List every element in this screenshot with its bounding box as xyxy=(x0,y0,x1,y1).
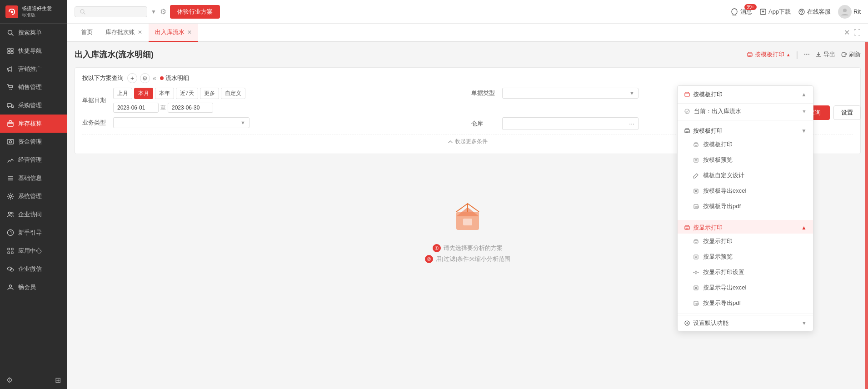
svg-rect-53 xyxy=(694,255,698,259)
sidebar-item-member[interactable]: 畅会员 xyxy=(0,278,67,296)
quick-filter-item[interactable]: 流水明细 xyxy=(160,74,189,82)
sidebar-collapse-icon[interactable]: ⊞ xyxy=(55,376,61,384)
date-from-input[interactable] xyxy=(113,103,159,113)
refresh-btn[interactable]: 刷新 xyxy=(841,50,861,59)
svg-rect-5 xyxy=(8,51,10,54)
dropdown-item-template-print[interactable]: 按模板打印 xyxy=(678,137,813,152)
user-name: Rit xyxy=(853,8,861,15)
filter-add-btn[interactable]: + xyxy=(127,73,137,83)
svg-rect-52 xyxy=(695,242,697,243)
svg-point-14 xyxy=(10,141,12,143)
user-avatar[interactable]: Rit xyxy=(838,5,861,19)
date-range: 至 xyxy=(113,103,245,113)
dropdown-item-display-excel[interactable]: 按显示导出excel xyxy=(678,280,813,295)
tab-home[interactable]: 首页 xyxy=(75,24,99,42)
sidebar-item-guide[interactable]: ? 新手引导 xyxy=(0,224,67,242)
date-btn-this-year[interactable]: 本年 xyxy=(155,88,174,99)
topbar-settings-icon[interactable]: ⚙ xyxy=(160,7,166,16)
online-service-btn[interactable]: 在线客服 xyxy=(798,8,831,16)
filter-setting-btn[interactable]: ⚙ xyxy=(140,73,150,83)
separator1: | xyxy=(796,50,798,60)
dropdown-item-template-pdf[interactable]: PDF 按模板导出pdf xyxy=(678,199,813,214)
tab-batch-close[interactable]: ✕ xyxy=(138,29,142,35)
hint-num-2: ② xyxy=(425,255,433,263)
sidebar-item-label: 应用中心 xyxy=(18,247,42,255)
sidebar-item-label: 经营管理 xyxy=(18,156,42,164)
date-field: 单据日期 上月 本月 本年 近7天 更多 自定义 xyxy=(82,88,464,113)
more-actions-icon[interactable]: ··· xyxy=(804,50,810,59)
wechat-icon xyxy=(6,265,15,273)
sidebar-item-system[interactable]: 系统管理 xyxy=(0,187,67,205)
industry-btn[interactable]: 体验行业方案 xyxy=(170,5,220,19)
top-bar: ▼ ⚙ 体验行业方案 消息 99+ App下载 在线客服 xyxy=(67,0,868,24)
sidebar-item-search[interactable]: 搜索菜单 xyxy=(0,24,67,42)
date-btn-this-month[interactable]: 本月 xyxy=(134,88,153,99)
dropdown-item-display-preview[interactable]: 按显示预览 xyxy=(678,249,813,264)
set-btn[interactable]: 设置 xyxy=(833,105,861,120)
dropdown-up-arrow[interactable]: ▲ xyxy=(801,91,807,98)
date-options: 上月 本月 本年 近7天 更多 自定义 至 xyxy=(113,88,245,113)
resize-handle[interactable] xyxy=(865,42,868,389)
display-print-section-header[interactable]: 按显示打印 ▲ xyxy=(678,220,813,234)
tab-expand-btn[interactable]: ⛶ xyxy=(853,29,861,37)
quick-filter-dot xyxy=(160,76,164,80)
dropdown-item-template-preview[interactable]: 按模板预览 xyxy=(678,152,813,168)
app-download-btn[interactable]: App下载 xyxy=(759,8,791,16)
warehouse-select[interactable]: ··· xyxy=(502,117,639,130)
tab-close-btn[interactable]: ✕ xyxy=(844,28,850,37)
dropdown-item-display-pdf[interactable]: PDF 按显示导出pdf xyxy=(678,295,813,311)
message-badge: 99+ xyxy=(744,4,757,10)
sidebar-item-quick-nav[interactable]: 快捷导航 xyxy=(0,42,67,60)
filter-collapse-btn[interactable]: « xyxy=(153,75,156,82)
tab-flow-close[interactable]: ✕ xyxy=(187,29,192,35)
dropdown-current-item[interactable]: 当前：出入库流水 ▼ xyxy=(678,104,813,119)
search-input[interactable] xyxy=(89,9,139,15)
sidebar-item-sales[interactable]: 销售管理 xyxy=(0,78,67,96)
voucher-type-select[interactable]: ▼ xyxy=(502,88,639,99)
chevron-down-icon[interactable]: ▼ xyxy=(151,9,156,15)
date-to-input[interactable] xyxy=(168,103,213,113)
hint-2: ② 用[过滤]条件来缩小分析范围 xyxy=(425,255,510,263)
logo-icon xyxy=(5,5,18,18)
top-bar-right: 消息 99+ App下载 在线客服 Rit xyxy=(730,5,861,19)
sidebar-item-finance[interactable]: 资金管理 xyxy=(0,133,67,151)
truck-icon xyxy=(6,101,15,110)
hint-1: ① 请先选择要分析的方案 xyxy=(433,244,503,252)
sidebar-item-basic[interactable]: 基础信息 xyxy=(0,169,67,187)
chart-icon xyxy=(6,156,15,164)
template-print-btn[interactable]: 按模板打印 ▲ xyxy=(747,50,791,59)
sidebar-item-inventory[interactable]: 库存核算 xyxy=(0,115,67,133)
dropdown-item-display-print[interactable]: 按显示打印 xyxy=(678,234,813,249)
message-btn[interactable]: 消息 99+ xyxy=(730,8,752,16)
quick-filter-label: 流水明细 xyxy=(165,74,189,82)
sidebar-item-wechat[interactable]: 企业微信 xyxy=(0,260,67,278)
svg-rect-24 xyxy=(11,248,13,250)
tab-batch[interactable]: 库存批次账 ✕ xyxy=(99,24,149,42)
date-btn-last-7[interactable]: 近7天 xyxy=(176,88,198,99)
sidebar-item-enterprise[interactable]: 企业协同 xyxy=(0,205,67,224)
sidebar-item-purchase[interactable]: 采购管理 xyxy=(0,96,67,115)
template-print-section-header[interactable]: 按模板打印 ▼ xyxy=(678,123,813,137)
dropdown-item-template-design[interactable]: 模板自定义设计 xyxy=(678,168,813,183)
display-section-arrow: ▲ xyxy=(801,224,807,231)
date-btn-last-month[interactable]: 上月 xyxy=(113,88,132,99)
export-btn[interactable]: 导出 xyxy=(815,50,835,59)
date-btn-custom[interactable]: 自定义 xyxy=(221,88,245,99)
sidebar-item-operation[interactable]: 经营管理 xyxy=(0,151,67,169)
dropdown-footer[interactable]: 设置默认功能 ▼ xyxy=(678,315,813,331)
biz-type-select[interactable]: ▼ xyxy=(113,117,249,128)
export-label: 导出 xyxy=(823,50,835,59)
dropdown-item-template-excel[interactable]: 按模板导出excel xyxy=(678,183,813,199)
sidebar-item-app-center[interactable]: 应用中心 xyxy=(0,242,67,260)
ellipsis-icon: ··· xyxy=(629,120,634,127)
tab-flow[interactable]: 出入库流水 ✕ xyxy=(149,24,198,42)
display-print-section: 按显示打印 ▲ 按显示打印 按显示预览 xyxy=(678,218,813,313)
svg-rect-13 xyxy=(7,140,14,144)
search-box[interactable] xyxy=(75,6,147,17)
date-btn-more[interactable]: 更多 xyxy=(200,88,219,99)
svg-point-18 xyxy=(10,195,12,198)
tab-home-label: 首页 xyxy=(81,28,93,36)
dropdown-item-display-print-settings[interactable]: 按显示打印设置 xyxy=(678,264,813,280)
sidebar-item-marketing[interactable]: 营销推广 xyxy=(0,60,67,78)
sidebar-settings-icon[interactable]: ⚙ xyxy=(6,376,13,384)
